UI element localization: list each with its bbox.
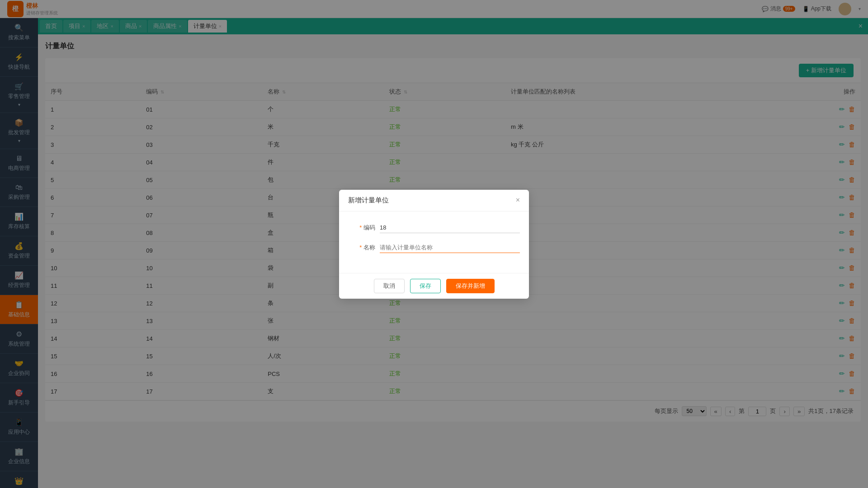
form-row-name: * 名称 — [348, 242, 520, 253]
modal-title: 新增计量单位 — [348, 196, 389, 205]
form-row-code: * 编码 — [348, 222, 520, 233]
name-label: * 名称 — [348, 244, 375, 252]
modal-footer: 取消 保存 保存并新增 — [339, 273, 529, 299]
save-button[interactable]: 保存 — [410, 279, 441, 293]
save-new-button[interactable]: 保存并新增 — [446, 279, 495, 293]
modal-body: * 编码 * 名称 — [339, 211, 529, 273]
modal-header: 新增计量单位 × — [339, 190, 529, 211]
code-label: * 编码 — [348, 224, 375, 232]
name-required: * — [359, 244, 362, 251]
cancel-button[interactable]: 取消 — [374, 279, 405, 293]
code-input[interactable] — [380, 222, 520, 233]
modal-overlay[interactable]: 新增计量单位 × * 编码 * 名称 取消 保存 保存并新增 — [0, 0, 868, 488]
name-input[interactable] — [380, 242, 520, 253]
add-unit-modal: 新增计量单位 × * 编码 * 名称 取消 保存 保存并新增 — [339, 190, 529, 299]
modal-close-button[interactable]: × — [516, 196, 520, 204]
code-required: * — [359, 224, 362, 231]
